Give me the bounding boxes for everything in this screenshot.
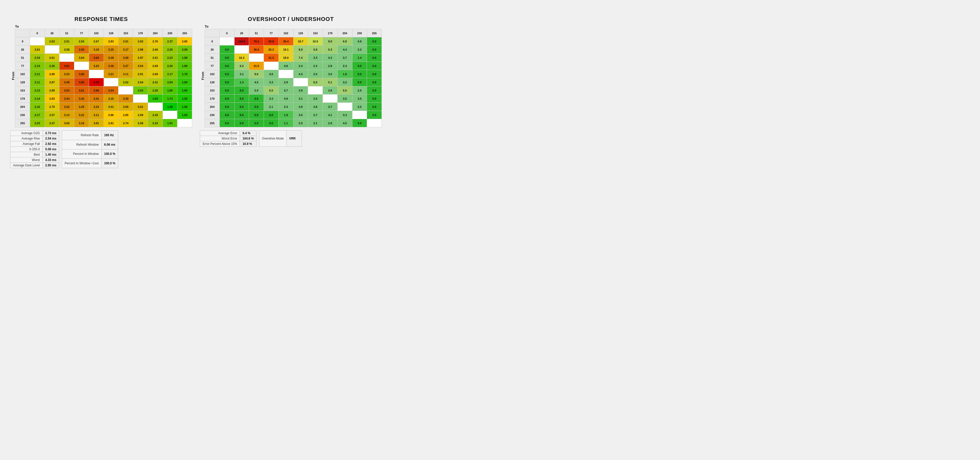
table-cell: 3.5 (337, 94, 352, 103)
table-cell (293, 78, 308, 86)
table-cell: 1.60 (177, 111, 192, 119)
table-cell (367, 119, 382, 127)
table-cell: 2.52 (118, 78, 133, 86)
table-cell: 0.0 (249, 103, 264, 111)
table-row: 2300.00.00.00.01.93.62.74.13.30.0 (205, 111, 382, 119)
table-cell: 3.01 (133, 103, 148, 111)
table-cell: 0.0 (367, 54, 382, 62)
table-cell: 3.28 (118, 54, 133, 62)
table-cell: 2.61 (45, 54, 59, 62)
table-cell: 31.3 (264, 54, 279, 62)
table-cell: 0.0 (220, 78, 234, 86)
table-cell: 4.1 (323, 111, 338, 119)
table-cell: 2.20 (148, 86, 162, 94)
table-cell: 2.14 (30, 62, 45, 70)
table-cell: 2.54 (133, 78, 148, 86)
rt-stats-container: Average G2G2.73 msAverage Rise2.54 msAve… (10, 130, 192, 168)
table-cell: 5.3 (323, 45, 338, 54)
table-cell: 3.23 (59, 70, 74, 78)
table-cell (337, 103, 352, 111)
stats-row: Percent In Window +1ms100.0 % (62, 159, 118, 168)
table-cell: 3.13 (59, 111, 74, 119)
table-cell: 2.37 (162, 37, 177, 45)
table-cell: 2.34 (30, 54, 45, 62)
response-times-table: 026517710212815317920423025502.532.512.5… (15, 29, 192, 127)
ov-to-label: To (205, 24, 382, 28)
table-cell: 2.17 (30, 111, 45, 119)
table-cell: 3.50 (74, 45, 89, 54)
table-cell: 3.49 (59, 78, 74, 86)
table-cell: 2.69 (148, 70, 162, 78)
table-cell: 4.5 (337, 119, 352, 127)
table-cell: 2.86 (103, 111, 118, 119)
table-cell: 2.7 (308, 111, 323, 119)
stats-value: 4.33 ms (43, 157, 59, 163)
table-cell: 1.58 (177, 103, 192, 111)
table-cell: 0.0 (220, 54, 234, 62)
table-cell: 1.60 (177, 86, 192, 94)
table-row: 1532.132.893.533.613.683.542.032.201.851… (15, 86, 192, 94)
stats-label: Worst Error (200, 136, 240, 141)
table-cell (323, 94, 338, 103)
table-cell: 18.0 (278, 54, 293, 62)
ov-col-header-4: 77 (264, 29, 279, 37)
table-cell (220, 37, 234, 45)
table-row: 1022.112.803.233.603.213.112.912.692.171… (15, 70, 192, 78)
table-cell: 2.51 (59, 37, 74, 45)
table-cell: 5.0 (337, 86, 352, 94)
table-row: 2042.152.703.323.293.233.013.053.011.401… (15, 103, 192, 111)
table-cell: 1.91 (162, 119, 177, 127)
table-cell: 2.53 (45, 37, 59, 45)
table-row: 2040.00.00.02.13.34.93.83.72.50.0 (205, 103, 382, 111)
table-row: 772.142.263.913.233.363.273.042.692.201.… (15, 62, 192, 70)
table-cell (234, 45, 249, 54)
table-cell: 2.76 (148, 37, 162, 45)
rt-col-header-3: 51 (59, 29, 74, 37)
table-cell: 2.43 (148, 111, 162, 119)
rt-row-header-5: 128 (15, 78, 30, 86)
table-row: 1020.03.19.64.64.42.53.01.80.00.0 (205, 70, 382, 78)
rt-col-header-2: 26 (45, 29, 59, 37)
response-times-matrix-container: From To 026517710212815317920423025502.5… (10, 24, 192, 127)
stats-row: Worst4.33 ms (11, 157, 59, 163)
rt-matrix-area: To 026517710212815317920423025502.532.51… (15, 24, 192, 127)
stats-row: Worst Error104.6 % (200, 136, 256, 141)
table-cell: 2.14 (30, 94, 45, 103)
table-cell: 0.0 (264, 119, 279, 127)
ov-col-header-6: 128 (293, 29, 308, 37)
stats-value: 2.85 ms (43, 163, 59, 168)
ov-stats-right: Overdrive ModeVRR (259, 130, 302, 147)
table-cell: 2.23 (30, 119, 45, 127)
table-cell: 1.9 (278, 111, 293, 119)
table-cell: 2.8 (323, 119, 338, 127)
table-cell: 3.27 (118, 62, 133, 70)
rt-to-label: To (15, 24, 192, 28)
table-cell: 3.8 (323, 86, 338, 94)
table-cell: 3.3 (337, 111, 352, 119)
stats-row: Refresh Window6.06 ms (62, 140, 118, 149)
table-cell: 2.1 (264, 103, 279, 111)
table-cell: 0.0 (352, 62, 367, 70)
table-cell: 79.2 (249, 37, 264, 45)
table-cell: 2.47 (45, 119, 59, 127)
table-row: 262.612.583.503.183.253.172.982.662.262.… (15, 45, 192, 54)
table-cell: 0.0 (220, 94, 234, 103)
stats-label: Average Error (200, 131, 240, 136)
table-cell (89, 70, 103, 78)
table-cell: 2.1 (308, 119, 323, 127)
stats-value: 2.73 ms (43, 131, 59, 136)
table-cell: 3.53 (59, 86, 74, 94)
table-cell: 2.20 (162, 62, 177, 70)
table-cell: 0.0 (220, 86, 234, 94)
ov-col-header-3: 51 (249, 29, 264, 37)
table-cell: 2.80 (45, 70, 59, 78)
stats-label: Best (11, 152, 43, 157)
stats-value: 104.6 % (240, 136, 256, 141)
table-row: 0104.679.250.830.418.710.59.06.94.90.0 (205, 37, 382, 45)
table-cell: 2.87 (45, 78, 59, 86)
table-cell: 0.0 (234, 119, 249, 127)
table-cell: 6.2 (234, 62, 249, 70)
table-cell: 3.61 (74, 86, 89, 94)
table-cell: 1.4 (352, 54, 367, 62)
table-cell: 16.2 (234, 54, 249, 62)
